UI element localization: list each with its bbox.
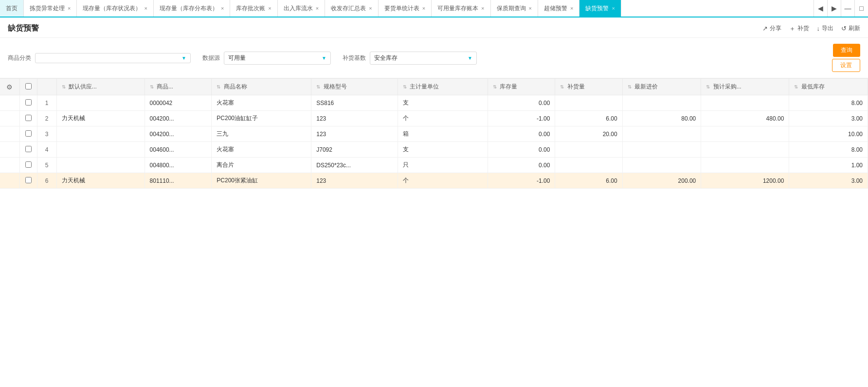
filter-replenish-base-select[interactable]: 安全库存 ▼: [370, 52, 477, 65]
close-tab-inventory-status[interactable]: ×: [144, 5, 147, 11]
close-tab-inventory-dist[interactable]: ×: [221, 5, 224, 11]
row-estimated-purchase-2: [701, 126, 789, 142]
row-min-stock-3: 8.00: [789, 142, 868, 158]
tab-inout-flow[interactable]: 出入库流水 ×: [278, 0, 325, 17]
refresh-button[interactable]: ↺ 刷新: [841, 24, 860, 33]
tab-nav-buttons: ◀ ▶ — □: [814, 0, 868, 17]
row-action-cell: [0, 111, 19, 126]
row-latest-price-4: [622, 158, 701, 173]
close-tab-available-ledger[interactable]: ×: [481, 5, 484, 11]
row-checkbox-2[interactable]: [25, 130, 32, 137]
table-row: 3 004200... 三九 123 箱 0.00 20.00 10.00: [0, 126, 868, 142]
row-checkbox-3[interactable]: [25, 146, 32, 152]
row-min-stock-4: 1.00: [789, 158, 868, 173]
filter-replenish-base-value: 安全库存: [374, 54, 398, 62]
sort-icon-unit: ⇅: [403, 84, 407, 89]
replenish-button[interactable]: ＋ 补货: [789, 24, 809, 33]
col-settings[interactable]: ⚙: [0, 79, 19, 95]
col-min-stock-header[interactable]: ⇅ 最低库存: [789, 79, 868, 95]
col-estimated-purchase-header[interactable]: ⇅ 预计采购...: [701, 79, 789, 95]
select-all-checkbox[interactable]: [25, 83, 32, 89]
row-checkbox-5[interactable]: [25, 177, 32, 183]
filter-datasource-label: 数据源: [202, 54, 220, 62]
filter-replenish-base-label: 补货基数: [343, 54, 366, 62]
row-spec-model-1: 123: [311, 111, 398, 126]
tab-available-ledger[interactable]: 可用量库存账本 ×: [432, 0, 490, 17]
close-tab-receipt-summary[interactable]: ×: [369, 5, 372, 11]
row-index-2: 3: [37, 126, 56, 142]
table-row: 2 力天机械 004200... PC200油缸缸子 123 个 -1.00 6…: [0, 111, 868, 126]
close-tab-expiry-query[interactable]: ×: [529, 5, 532, 11]
close-tab-shortage-warning[interactable]: ×: [612, 5, 615, 11]
row-latest-price-2: [622, 126, 701, 142]
export-button[interactable]: ↓ 导出: [817, 24, 834, 33]
settings-button[interactable]: 设置: [832, 59, 860, 72]
tab-prev-button[interactable]: ◀: [814, 0, 827, 17]
close-tab-batch-account[interactable]: ×: [268, 5, 271, 11]
row-stock-qty-1: -1.00: [488, 111, 555, 126]
row-supplier-2: [56, 126, 145, 142]
row-product-code-3: 004600...: [145, 142, 212, 158]
tab-inventory-status[interactable]: 现存量（库存状况表） ×: [77, 0, 153, 17]
close-tab-requisition-stat[interactable]: ×: [422, 5, 425, 11]
row-supplier-4: [56, 158, 145, 173]
sort-icon-estimated-purchase: ⇅: [706, 84, 710, 89]
col-index-header: [37, 79, 56, 95]
share-button[interactable]: ↗ 分享: [762, 24, 781, 33]
filter-category-select[interactable]: ▼: [35, 53, 191, 63]
table-settings-icon: ⚙: [6, 83, 13, 91]
query-button[interactable]: 查询: [833, 44, 860, 57]
tab-defect-process[interactable]: 拣货异常处理 ×: [24, 0, 77, 17]
datasource-dropdown-arrow-icon: ▼: [322, 55, 326, 61]
row-checkbox-cell: [19, 126, 37, 142]
sort-icon-replenish-qty: ⇅: [560, 84, 564, 89]
tab-minimize-button[interactable]: —: [841, 0, 854, 17]
row-checkbox-1[interactable]: [25, 115, 32, 121]
row-product-name-3: 火花塞: [212, 142, 311, 158]
close-tab-defect-process[interactable]: ×: [68, 5, 71, 11]
table-body: 1 0000042 火花塞 SS816 支 0.00 8.00 2 力天机械 0…: [0, 95, 868, 189]
tab-batch-account[interactable]: 库存批次账 ×: [230, 0, 277, 17]
tab-expiry-query[interactable]: 保质期查询 ×: [491, 0, 538, 17]
row-stock-qty-5: -1.00: [488, 173, 555, 189]
row-action-cell: [0, 142, 19, 158]
col-unit-header[interactable]: ⇅ 主计量单位: [398, 79, 488, 95]
col-replenish-qty-header[interactable]: ⇅ 补货量: [555, 79, 622, 95]
col-checkbox-header: [19, 79, 37, 95]
refresh-icon: ↺: [841, 25, 847, 32]
close-tab-overstock-warning[interactable]: ×: [570, 5, 573, 11]
tab-requisition-stat[interactable]: 要货单统计表 ×: [379, 0, 432, 17]
col-product-code-header[interactable]: ⇅ 商品...: [145, 79, 212, 95]
row-unit-2: 箱: [398, 126, 488, 142]
row-index-0: 1: [37, 95, 56, 111]
tab-next-button[interactable]: ▶: [827, 0, 841, 17]
row-product-code-4: 004800...: [145, 158, 212, 173]
tab-inventory-dist[interactable]: 现存量（库存分布表） ×: [154, 0, 230, 17]
tab-maximize-button[interactable]: □: [854, 0, 868, 17]
row-index-4: 5: [37, 158, 56, 173]
row-spec-model-2: 123: [311, 126, 398, 142]
close-tab-inout-flow[interactable]: ×: [316, 5, 319, 11]
filter-datasource-select[interactable]: 可用量 ▼: [224, 52, 331, 65]
row-replenish-qty-4: [555, 158, 622, 173]
filter-datasource-value: 可用量: [228, 54, 246, 62]
col-latest-price-header[interactable]: ⇅ 最新进价: [622, 79, 701, 95]
tab-overstock-warning[interactable]: 超储预警 ×: [538, 0, 579, 17]
row-stock-qty-4: 0.00: [488, 158, 555, 173]
tab-home[interactable]: 首页: [0, 0, 24, 17]
row-supplier-3: [56, 142, 145, 158]
tab-receipt-summary[interactable]: 收发存汇总表 ×: [325, 0, 378, 17]
row-checkbox-0[interactable]: [25, 99, 32, 106]
row-replenish-qty-2: 20.00: [555, 126, 622, 142]
table-container: ⚙ ⇅ 默认供应... ⇅ 商品...: [0, 78, 868, 189]
col-stock-qty-header[interactable]: ⇅ 库存量: [488, 79, 555, 95]
col-spec-model-header[interactable]: ⇅ 规格型号: [311, 79, 398, 95]
row-checkbox-4[interactable]: [25, 161, 32, 168]
col-default-supplier-header[interactable]: ⇅ 默认供应...: [56, 79, 145, 95]
filter-datasource-group: 数据源 可用量 ▼: [202, 52, 331, 65]
row-estimated-purchase-1: 480.00: [701, 111, 789, 126]
tab-shortage-warning[interactable]: 缺货预警 ×: [579, 0, 621, 17]
col-product-name-header[interactable]: ⇅ 商品名称: [212, 79, 311, 95]
category-dropdown-arrow-icon: ▼: [181, 55, 186, 61]
row-supplier-1: 力天机械: [56, 111, 145, 126]
